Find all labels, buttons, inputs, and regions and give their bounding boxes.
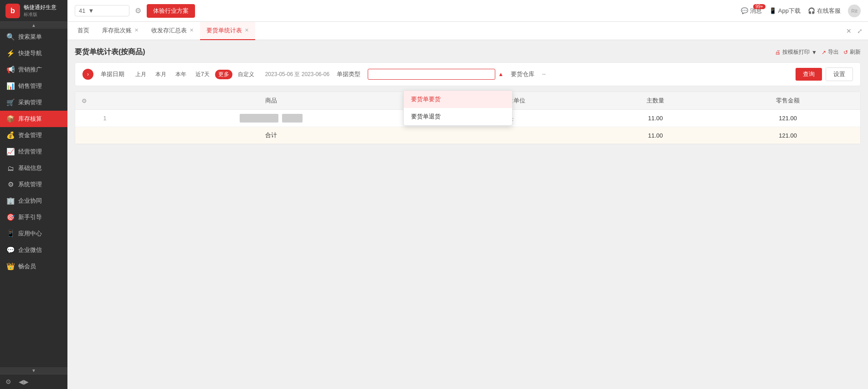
date-label: 单据日期	[101, 70, 124, 78]
query-button[interactable]: 查询	[796, 68, 822, 81]
sidebar-nav: 🔍 搜索菜单 ⚡ 快捷导航 📢 营销推广 📊 销售管理 🛒 采购管理 📦 库存核…	[0, 29, 67, 367]
row-amount-cell: 121.00	[715, 110, 860, 127]
tab-inventory-batch-close[interactable]: ✕	[134, 27, 139, 33]
message-icon: 💬	[741, 7, 748, 14]
export-label: 导出	[828, 48, 839, 56]
message-item[interactable]: 💬 消息 99+	[741, 7, 762, 15]
date-7days-btn[interactable]: 近7天	[192, 70, 213, 79]
total-quantity-cell: 11.00	[596, 127, 715, 144]
purchase-icon: 🛒	[6, 98, 15, 107]
sidebar-item-system[interactable]: ⚙ 系统管理	[0, 176, 67, 193]
print-icon: 🖨	[775, 49, 781, 56]
member-icon: 👑	[6, 262, 15, 271]
filter-expand-icon: ›	[87, 71, 89, 77]
doc-type-input[interactable]	[368, 69, 495, 80]
newbie-icon: 🎯	[6, 213, 15, 221]
col-settings-header[interactable]: ⚙	[75, 92, 93, 110]
warehouse-more-btn[interactable]: ···	[542, 70, 545, 78]
date-prev-month-btn[interactable]: 上月	[132, 70, 150, 79]
finance-icon: 💰	[6, 131, 15, 139]
close-all-tab-button[interactable]: ✕	[844, 26, 853, 36]
print-button[interactable]: 🖨 按模板打印 ▼	[775, 48, 817, 56]
date-cur-month-btn[interactable]: 本月	[152, 70, 170, 79]
doc-type-field: ▲	[368, 69, 503, 80]
online-service-icon: 🎧	[808, 7, 815, 14]
refresh-icon: ↺	[843, 49, 848, 56]
sidebar-item-label-member: 畅会员	[18, 262, 61, 271]
sidebar-item-enterprise[interactable]: 🏢 企业协同	[0, 193, 67, 209]
user-item[interactable]: Rit	[848, 5, 861, 17]
sidebar-scroll-up[interactable]: ▲	[0, 22, 67, 29]
page-container: 要货单统计表(按商品) 🖨 按模板打印 ▼ ↗ 导出 ↺ 刷新	[67, 40, 868, 389]
sidebar-item-label-search: 搜索菜单	[18, 33, 61, 41]
topbar-dropdown[interactable]: 41 ▼	[75, 5, 129, 16]
topbar-gear-icon[interactable]: ⚙	[135, 6, 141, 15]
sidebar-item-label-basic: 基础信息	[18, 164, 61, 172]
date-custom-btn[interactable]: 自定义	[234, 70, 258, 79]
sidebar-item-newbie[interactable]: 🎯 新手引导	[0, 209, 67, 225]
filter-expand-button[interactable]: ›	[82, 69, 93, 80]
tabbar-actions: ✕ ⤢	[844, 26, 864, 36]
table-gear-icon[interactable]: ⚙	[82, 97, 87, 104]
expand-tab-button[interactable]: ⤢	[855, 26, 864, 36]
collapse-icon[interactable]: ◀▶	[19, 378, 29, 385]
tab-receive-summary[interactable]: 收发存汇总表 ✕	[145, 22, 200, 40]
tab-inventory-batch[interactable]: 库存批次账 ✕	[96, 22, 145, 40]
business-icon: 📈	[6, 148, 15, 156]
sidebar-item-marketing[interactable]: 📢 营销推广	[0, 61, 67, 78]
export-button[interactable]: ↗ 导出	[822, 48, 839, 56]
settings-button[interactable]: 设置	[826, 67, 853, 81]
settings-bottom-icon[interactable]: ⚙	[5, 378, 11, 385]
sidebar-scroll-down[interactable]: ▼	[0, 367, 67, 374]
app-download-item[interactable]: 📱 App下载	[769, 7, 801, 15]
filter-right-actions: 查询 设置	[796, 67, 853, 81]
sidebar-item-label-inventory: 库存核算	[18, 115, 61, 123]
sidebar-item-label-business: 经营管理	[18, 148, 61, 156]
sidebar-item-basic[interactable]: 🗂 基础信息	[0, 160, 67, 176]
sidebar-item-wechat[interactable]: 💬 企业微信	[0, 242, 67, 258]
row-index-cell: 1	[93, 110, 116, 127]
app-logo-icon: b	[5, 4, 20, 18]
sidebar-item-label-wechat: 企业微信	[18, 246, 61, 254]
sidebar-item-inventory[interactable]: 📦 库存核算	[0, 111, 67, 127]
dropdown-item-order-return[interactable]: 要货单退货	[404, 108, 512, 125]
tab-receive-summary-close[interactable]: ✕	[190, 27, 194, 33]
app-download-icon: 📱	[769, 7, 776, 14]
online-service-label: 在线客服	[817, 7, 841, 15]
product-name-blurred: ████████	[240, 114, 279, 123]
sidebar-item-finance[interactable]: 💰 资金管理	[0, 127, 67, 143]
date-cur-year-btn[interactable]: 本年	[172, 70, 190, 79]
online-service-item[interactable]: 🎧 在线客服	[808, 7, 841, 15]
sidebar-item-search[interactable]: 🔍 搜索菜单	[0, 29, 67, 45]
sidebar-bottom: ⚙ ◀▶	[0, 374, 67, 389]
inventory-icon: 📦	[6, 115, 15, 123]
sidebar-item-label-finance: 资金管理	[18, 131, 61, 139]
sidebar-item-label-newbie: 新手引导	[18, 213, 61, 221]
sidebar-item-label-enterprise: 企业协同	[18, 197, 61, 205]
message-badge: 99+	[753, 4, 765, 9]
trial-button[interactable]: 体验行业方案	[147, 4, 195, 18]
page-header: 要货单统计表(按商品) 🖨 按模板打印 ▼ ↗ 导出 ↺ 刷新	[75, 47, 861, 57]
col-amount-header: 零售金额	[715, 92, 860, 110]
app-logo-text: 畅捷通好生意 标准版	[24, 4, 56, 17]
tab-order-summary-close[interactable]: ✕	[245, 27, 249, 33]
sidebar-item-sales[interactable]: 📊 销售管理	[0, 78, 67, 94]
tab-home[interactable]: 首页	[71, 22, 96, 40]
dropdown-item-order-purchase[interactable]: 要货单要货	[404, 91, 512, 108]
doc-type-dropdown-arrow[interactable]: ▲	[498, 71, 503, 77]
date-more-btn[interactable]: 更多	[215, 70, 232, 79]
doc-type-dropdown-menu: 要货单要货 要货单退货	[403, 90, 513, 126]
refresh-button[interactable]: ↺ 刷新	[843, 48, 861, 56]
sidebar-item-quick-nav[interactable]: ⚡ 快捷导航	[0, 45, 67, 61]
sidebar-item-member[interactable]: 👑 畅会员	[0, 258, 67, 275]
sidebar-item-purchase[interactable]: 🛒 采购管理	[0, 94, 67, 111]
sidebar-item-appcenter[interactable]: 📱 应用中心	[0, 225, 67, 242]
sidebar: b 畅捷通好生意 标准版 ▲ 🔍 搜索菜单 ⚡ 快捷导航 📢 营销推广 📊 销售…	[0, 0, 67, 389]
avatar: Rit	[848, 5, 861, 17]
sidebar-item-business[interactable]: 📈 经营管理	[0, 143, 67, 160]
app-name: 畅捷通好生意	[24, 4, 56, 11]
basic-icon: 🗂	[6, 164, 15, 172]
row-quantity-cell: 11.00	[596, 110, 715, 127]
main-content: 41 ▼ ⚙ 体验行业方案 💬 消息 99+ 📱 App下载 🎧 在线客服 Ri…	[67, 0, 868, 389]
tab-order-summary[interactable]: 要货单统计表 ✕	[200, 22, 255, 40]
